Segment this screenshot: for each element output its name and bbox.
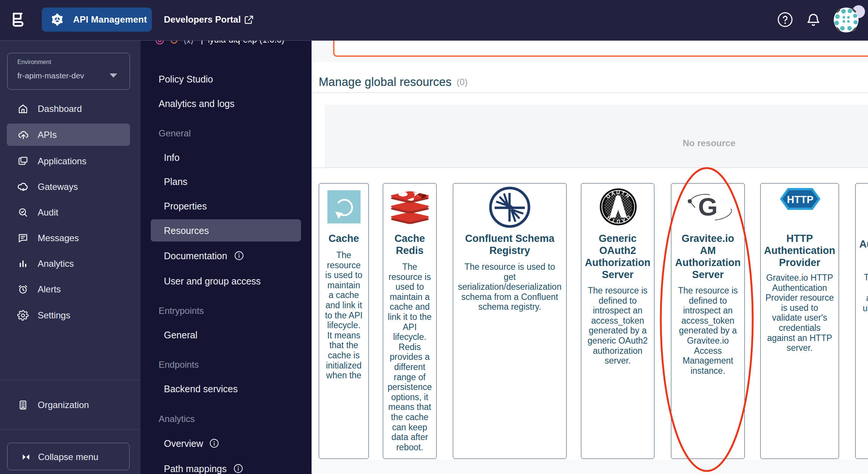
svg-text:HTTP: HTTP	[787, 194, 814, 205]
